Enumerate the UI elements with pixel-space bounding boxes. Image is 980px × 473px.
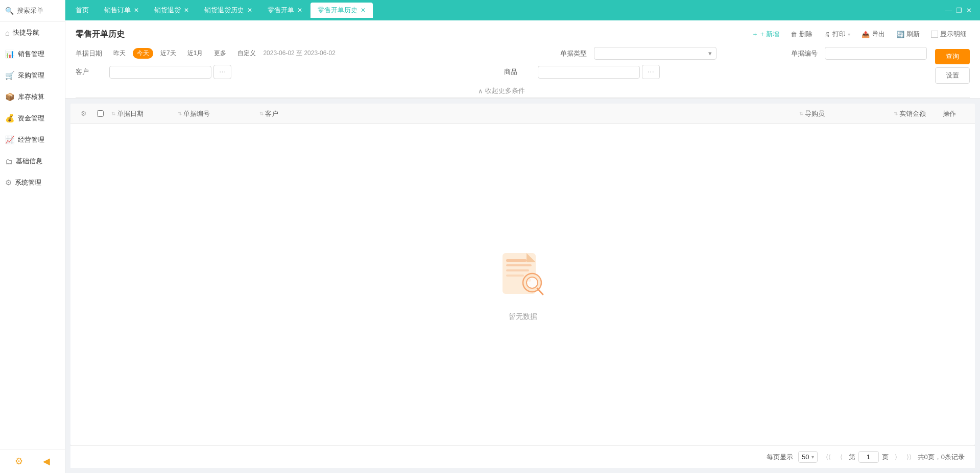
sort-icon: ⇅	[111, 111, 115, 116]
page-number-input[interactable]	[858, 451, 879, 463]
per-page-select[interactable]: 50 ▾	[798, 451, 817, 463]
page-suffix: 页	[882, 453, 889, 462]
tab-retail-open[interactable]: 零售开单 ✕	[260, 3, 309, 18]
sidebar-item-sales-mgmt[interactable]: 📊 销售管理	[0, 43, 65, 65]
col-header-amount[interactable]: ⇅ 实销金额	[863, 109, 929, 118]
type-select[interactable]: ▾	[594, 47, 716, 60]
sidebar-item-operations[interactable]: 📈 经营管理	[0, 129, 65, 151]
show-detail-checkbox	[931, 31, 938, 38]
table-header: ⚙ ⇅ 单据日期 ⇅ 单据编号 ⇅ 客户 ⇅	[70, 104, 975, 124]
date-yesterday[interactable]: 昨天	[109, 48, 130, 59]
last-page-btn[interactable]: ⟩⟩	[903, 452, 915, 462]
sidebar-search[interactable]: 🔍 搜索采单	[0, 0, 65, 22]
close-window-icon[interactable]: ✕	[966, 7, 972, 14]
goods-input[interactable]	[538, 66, 640, 79]
tab-sales-order-close[interactable]: ✕	[134, 7, 139, 14]
date-more[interactable]: 更多	[210, 48, 230, 59]
customer-input[interactable]	[109, 66, 211, 79]
tab-retail-open-history[interactable]: 零售开单历史 ✕	[310, 3, 373, 18]
sidebar-item-basic-info[interactable]: 🗂 基础信息	[0, 151, 65, 172]
sort-icon: ⇅	[894, 111, 898, 116]
tab-retail-open-history-close[interactable]: ✕	[361, 7, 366, 14]
query-button[interactable]: 查询	[935, 49, 970, 64]
sidebar-item-label: 基础信息	[16, 157, 42, 166]
tab-sales-return[interactable]: 销货退货 ✕	[147, 3, 196, 18]
sidebar-item-label: 资金管理	[18, 114, 44, 123]
finance-icon: 💰	[5, 114, 15, 123]
sidebar-item-system-mgmt[interactable]: ⚙ 系统管理	[0, 172, 65, 193]
customer-label: 客户	[76, 67, 104, 77]
tab-sales-return-history-close[interactable]: ✕	[247, 7, 252, 14]
refresh-button[interactable]: 🔄 刷新	[893, 28, 923, 41]
sidebar-item-label: 销售管理	[18, 49, 44, 59]
col-header-action: 操作	[929, 109, 970, 118]
restore-icon[interactable]: ❐	[956, 7, 962, 14]
empty-text: 暂无数据	[509, 312, 537, 321]
show-detail-button[interactable]: 显示明细	[928, 28, 970, 41]
customer-dots-btn[interactable]: ···	[213, 65, 231, 79]
date-label: 单据日期	[76, 49, 104, 58]
col-settings-btn[interactable]: ⚙	[76, 110, 92, 117]
sidebar-item-label: 采购管理	[18, 71, 44, 80]
first-page-btn[interactable]: ⟨⟨	[823, 452, 834, 462]
collapse-row[interactable]: ∧ 收起更多条件	[76, 84, 927, 97]
svg-line-7	[537, 288, 543, 294]
tab-home[interactable]: 首页	[68, 3, 96, 18]
sort-icon: ⇅	[799, 111, 803, 116]
select-all-checkbox[interactable]	[97, 110, 104, 117]
chevron-up-icon: ∧	[478, 87, 483, 95]
date-1month[interactable]: 近1月	[183, 48, 207, 59]
empty-state: 暂无数据	[70, 124, 975, 445]
sidebar-footer: ⚙ ◀	[0, 449, 65, 473]
type-chevron-icon: ▾	[708, 49, 712, 57]
num-input[interactable]	[825, 47, 927, 60]
home-icon: ⌂	[5, 29, 10, 37]
col-header-guide[interactable]: ⇅ 导购员	[796, 109, 863, 118]
sidebar-item-purchase-mgmt[interactable]: 🛒 采购管理	[0, 65, 65, 86]
prev-page-btn[interactable]: ⟨	[837, 452, 846, 462]
add-icon: ＋	[752, 30, 758, 39]
export-button[interactable]: 📤 导出	[858, 28, 888, 41]
table-area: ⚙ ⇅ 单据日期 ⇅ 单据编号 ⇅ 客户 ⇅	[70, 104, 975, 445]
tab-sales-order[interactable]: 销售订单 ✕	[97, 3, 146, 18]
date-7days[interactable]: 近7天	[156, 48, 180, 59]
sort-icon: ⇅	[178, 111, 182, 116]
customer-input-group: ···	[109, 65, 231, 79]
col-header-num[interactable]: ⇅ 单据编号	[175, 109, 256, 118]
collapse-sidebar-icon[interactable]: ◀	[43, 456, 50, 467]
filter-row-customer: 客户 ··· 商品 ···	[76, 65, 927, 79]
sidebar-item-inventory[interactable]: 📦 库存核算	[0, 86, 65, 108]
tab-retail-open-history-label: 零售开单历史	[318, 6, 357, 15]
filter-action-col: 查询 设置	[927, 47, 970, 84]
delete-button[interactable]: 🗑 删除	[787, 28, 816, 41]
page-title: 零售开单历史	[76, 29, 125, 40]
add-button[interactable]: ＋ + 新增	[749, 28, 782, 41]
tab-home-label: 首页	[76, 6, 89, 15]
tab-sales-return-history[interactable]: 销货退货历史 ✕	[197, 3, 259, 18]
filter-fields: 单据日期 昨天 今天 近7天 近1月 更多 自定义 2023-06-02 至 2…	[76, 47, 927, 97]
sidebar-item-quick-nav[interactable]: ⌂ 快捷导航	[0, 22, 65, 43]
sidebar: 🔍 搜索采单 ⌂ 快捷导航 📊 销售管理 🛒 采购管理 📦 库存核算 💰 资金管…	[0, 0, 65, 473]
col-header-customer[interactable]: ⇅ 客户	[256, 109, 796, 118]
col-header-date[interactable]: ⇅ 单据日期	[108, 109, 175, 118]
goods-dots-btn[interactable]: ···	[642, 65, 660, 79]
search-icon: 🔍	[5, 7, 14, 15]
filter-settings-button[interactable]: 设置	[935, 67, 970, 84]
main-area: 首页 销售订单 ✕ 销货退货 ✕ 销货退货历史 ✕ 零售开单 ✕ 零售开单历史 …	[65, 0, 980, 473]
next-page-btn[interactable]: ⟩	[892, 452, 900, 462]
refresh-icon: 🔄	[896, 31, 904, 38]
minimize-icon[interactable]: —	[945, 7, 952, 14]
operations-icon: 📈	[5, 135, 15, 144]
pagination-bar: 每页显示 50 ▾ ⟨⟨ ⟨ 第 页 ⟩ ⟩⟩ 共0页，0条记录	[70, 445, 975, 468]
print-button[interactable]: 🖨 打印 ▾	[821, 28, 853, 41]
date-today[interactable]: 今天	[133, 48, 153, 59]
cart-icon: 🛒	[5, 71, 15, 80]
sidebar-item-finance[interactable]: 💰 资金管理	[0, 108, 65, 129]
date-custom[interactable]: 自定义	[233, 48, 260, 59]
settings-footer-icon[interactable]: ⚙	[15, 456, 23, 467]
sidebar-item-label: 库存核算	[18, 92, 44, 102]
col-checkbox-all[interactable]	[92, 110, 108, 117]
page-nav: ⟨⟨ ⟨ 第 页 ⟩ ⟩⟩ 共0页，0条记录	[823, 451, 965, 463]
tab-sales-return-close[interactable]: ✕	[184, 7, 189, 14]
tab-retail-open-close[interactable]: ✕	[297, 7, 302, 14]
